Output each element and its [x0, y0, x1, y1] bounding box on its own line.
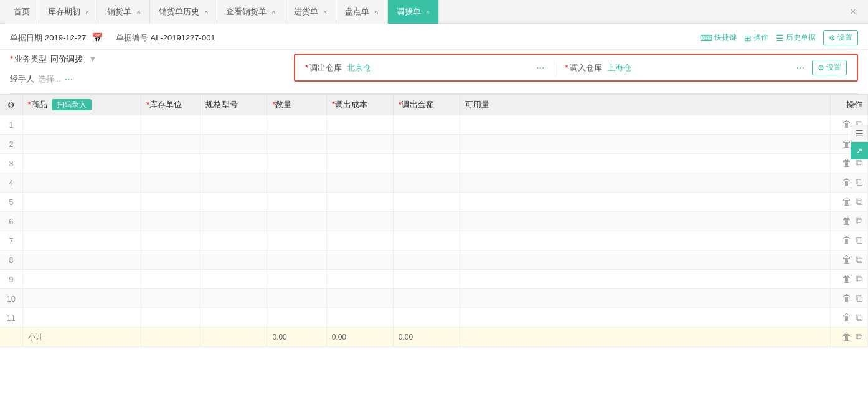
row-spec[interactable]: [200, 154, 267, 173]
tab-purchase-order[interactable]: 进货单 ×: [285, 0, 336, 24]
row-delete-icon[interactable]: 🗑: [842, 254, 852, 265]
float-export-button[interactable]: ↗: [851, 142, 868, 159]
row-spec[interactable]: [200, 250, 267, 270]
business-type-field[interactable]: 同价调拨 ▼: [50, 54, 225, 65]
warehouse-in-more-icon[interactable]: ···: [796, 62, 804, 74]
table-settings-icon[interactable]: ⚙: [7, 100, 15, 110]
handler-select[interactable]: 选择...: [38, 74, 61, 85]
row-unit[interactable]: [141, 270, 200, 289]
tab-inventory-open[interactable]: 库存期初 ×: [39, 0, 98, 24]
tab-sales-history[interactable]: 销货单历史 ×: [150, 0, 217, 24]
row-cost[interactable]: [326, 270, 393, 289]
row-qty[interactable]: [267, 270, 326, 289]
tab-close-purchase-order[interactable]: ×: [323, 8, 327, 16]
row-cost[interactable]: [326, 289, 393, 308]
row-product[interactable]: [22, 270, 141, 289]
row-spec[interactable]: [200, 173, 267, 193]
warehouse-in-value[interactable]: 上海仓: [607, 62, 631, 74]
warehouse-settings-button[interactable]: ⚙ 设置: [812, 60, 847, 75]
row-product[interactable]: [22, 289, 141, 308]
row-amount[interactable]: [393, 115, 460, 135]
row-delete-icon[interactable]: 🗑: [842, 293, 852, 304]
row-copy-icon[interactable]: ⧉: [856, 196, 862, 207]
row-product[interactable]: [22, 173, 141, 193]
row-delete-icon[interactable]: 🗑: [842, 235, 852, 246]
row-qty[interactable]: [267, 250, 326, 270]
row-amount[interactable]: [393, 231, 460, 250]
tab-transfer-order[interactable]: 调拨单 ×: [388, 0, 439, 24]
float-list-button[interactable]: ☰: [851, 125, 868, 142]
close-all-tabs-button[interactable]: ×: [843, 2, 863, 22]
calendar-icon[interactable]: 📅: [92, 32, 103, 44]
row-product[interactable]: [22, 154, 141, 173]
tab-close-sales-history[interactable]: ×: [204, 8, 208, 16]
row-copy-icon[interactable]: ⧉: [856, 312, 862, 323]
row-qty[interactable]: [267, 212, 326, 231]
col-settings[interactable]: ⚙: [0, 95, 22, 115]
row-unit[interactable]: [141, 115, 200, 135]
row-delete-icon[interactable]: 🗑: [842, 274, 852, 285]
row-copy-icon[interactable]: ⧉: [856, 177, 862, 188]
history-button[interactable]: ☰ 历史单据: [776, 32, 816, 43]
row-spec[interactable]: [200, 135, 267, 154]
row-cost[interactable]: [326, 135, 393, 154]
row-unit[interactable]: [141, 250, 200, 270]
row-product[interactable]: [22, 115, 141, 135]
row-delete-icon[interactable]: 🗑: [842, 196, 852, 207]
row-product[interactable]: [22, 308, 141, 328]
shortcut-button[interactable]: ⌨ 快捷键: [700, 32, 737, 43]
row-product[interactable]: [22, 250, 141, 270]
row-unit[interactable]: [141, 212, 200, 231]
tab-close-view-sales[interactable]: ×: [271, 8, 275, 16]
row-unit[interactable]: [141, 308, 200, 328]
row-amount[interactable]: [393, 154, 460, 173]
tab-home[interactable]: 首页: [5, 0, 39, 24]
row-unit[interactable]: [141, 289, 200, 308]
tab-close-transfer-order[interactable]: ×: [426, 8, 430, 16]
row-amount[interactable]: [393, 193, 460, 212]
row-unit[interactable]: [141, 193, 200, 212]
row-qty[interactable]: [267, 289, 326, 308]
row-product[interactable]: [22, 231, 141, 250]
row-copy-icon[interactable]: ⧉: [856, 216, 862, 227]
row-qty[interactable]: [267, 193, 326, 212]
row-product[interactable]: [22, 135, 141, 154]
row-unit[interactable]: [141, 154, 200, 173]
tab-view-sales[interactable]: 查看销货单 ×: [217, 0, 285, 24]
row-copy-icon[interactable]: ⧉: [856, 254, 862, 265]
row-amount[interactable]: [393, 173, 460, 193]
row-delete-icon[interactable]: 🗑: [842, 216, 852, 227]
row-unit[interactable]: [141, 173, 200, 193]
handler-more-icon[interactable]: ···: [65, 74, 73, 85]
row-qty[interactable]: [267, 135, 326, 154]
row-cost[interactable]: [326, 212, 393, 231]
row-copy-icon[interactable]: ⧉: [856, 274, 862, 285]
row-qty[interactable]: [267, 154, 326, 173]
tab-close-sales-order[interactable]: ×: [136, 8, 140, 16]
row-qty[interactable]: [267, 173, 326, 193]
row-cost[interactable]: [326, 308, 393, 328]
business-type-dropdown-icon[interactable]: ▼: [89, 55, 97, 64]
row-unit[interactable]: [141, 135, 200, 154]
tab-close-inventory-open[interactable]: ×: [85, 8, 89, 16]
row-cost[interactable]: [326, 115, 393, 135]
row-amount[interactable]: [393, 212, 460, 231]
row-unit[interactable]: [141, 231, 200, 250]
warehouse-out-more-icon[interactable]: ···: [536, 62, 544, 74]
warehouse-settings-btn[interactable]: ⚙ 设置: [812, 60, 847, 75]
row-amount[interactable]: [393, 135, 460, 154]
row-copy-icon[interactable]: ⧉: [856, 293, 862, 304]
tab-inventory-check[interactable]: 盘点单 ×: [336, 0, 387, 24]
row-amount[interactable]: [393, 270, 460, 289]
scan-input-button[interactable]: 扫码录入: [52, 99, 92, 110]
row-delete-icon[interactable]: 🗑: [842, 312, 852, 323]
tab-sales-order[interactable]: 销货单 ×: [98, 0, 149, 24]
subtotal-copy-icon[interactable]: ⧉: [856, 331, 862, 343]
row-cost[interactable]: [326, 250, 393, 270]
row-cost[interactable]: [326, 154, 393, 173]
subtotal-delete-icon[interactable]: 🗑: [842, 331, 852, 343]
row-cost[interactable]: [326, 173, 393, 193]
row-cost[interactable]: [326, 231, 393, 250]
doc-date-value[interactable]: 2019-12-27: [45, 33, 87, 42]
row-qty[interactable]: [267, 308, 326, 328]
